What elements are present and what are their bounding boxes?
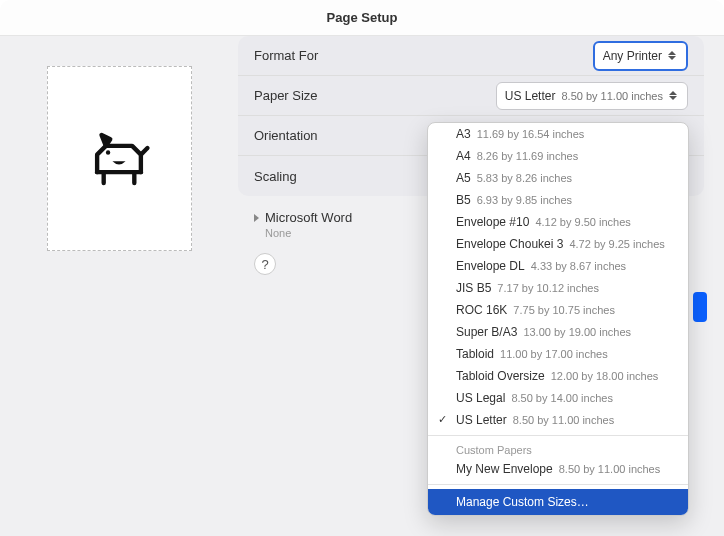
chevron-right-icon: [254, 214, 259, 222]
format-for-row: Format For Any Printer: [238, 36, 704, 76]
paper-size-option[interactable]: A48.26 by 11.69 inches: [428, 145, 688, 167]
format-for-select[interactable]: Any Printer: [593, 41, 688, 71]
stepper-icon: [668, 47, 678, 65]
option-dimensions: 4.72 by 9.25 inches: [569, 238, 664, 250]
option-dimensions: 8.50 by 11.00 inches: [513, 414, 615, 426]
option-dimensions: 7.75 by 10.75 inches: [513, 304, 615, 316]
custom-papers-header: Custom Papers: [428, 440, 688, 458]
help-button[interactable]: ?: [254, 253, 276, 275]
option-name: B5: [456, 193, 471, 207]
paper-size-option[interactable]: B56.93 by 9.85 inches: [428, 189, 688, 211]
paper-size-option[interactable]: Super B/A313.00 by 19.00 inches: [428, 321, 688, 343]
window-title: Page Setup: [327, 10, 398, 25]
option-name: JIS B5: [456, 281, 491, 295]
paper-size-option[interactable]: US Legal8.50 by 14.00 inches: [428, 387, 688, 409]
preview-pane: [0, 36, 238, 536]
paper-size-option[interactable]: Envelope #104.12 by 9.50 inches: [428, 211, 688, 233]
paper-size-option[interactable]: ROC 16K7.75 by 10.75 inches: [428, 299, 688, 321]
app-name: Microsoft Word: [265, 210, 352, 225]
option-dimensions: 4.33 by 8.67 inches: [531, 260, 626, 272]
paper-size-value: US Letter: [505, 89, 556, 103]
option-name: Tabloid: [456, 347, 494, 361]
paper-size-menu: A311.69 by 16.54 inchesA48.26 by 11.69 i…: [427, 122, 689, 516]
option-name: Envelope #10: [456, 215, 529, 229]
stepper-icon: [669, 87, 679, 105]
option-dimensions: 4.12 by 9.50 inches: [535, 216, 630, 228]
orientation-label: Orientation: [254, 128, 374, 143]
paper-size-row: Paper Size US Letter 8.50 by 11.00 inche…: [238, 76, 704, 116]
option-name: US Legal: [456, 391, 505, 405]
paper-size-option[interactable]: JIS B57.17 by 10.12 inches: [428, 277, 688, 299]
option-dimensions: 6.93 by 9.85 inches: [477, 194, 572, 206]
paper-size-option[interactable]: My New Envelope8.50 by 11.00 inches: [428, 458, 688, 480]
option-dimensions: 13.00 by 19.00 inches: [523, 326, 631, 338]
option-name: US Letter: [456, 413, 507, 427]
manage-custom-sizes-item[interactable]: Manage Custom Sizes…: [428, 489, 688, 515]
option-dimensions: 12.00 by 18.00 inches: [551, 370, 659, 382]
option-name: Super B/A3: [456, 325, 517, 339]
option-dimensions: 5.83 by 8.26 inches: [477, 172, 572, 184]
obscured-ok-button[interactable]: [693, 292, 707, 322]
option-name: Tabloid Oversize: [456, 369, 545, 383]
paper-size-option[interactable]: A55.83 by 8.26 inches: [428, 167, 688, 189]
paper-size-label: Paper Size: [254, 88, 374, 103]
option-name: A3: [456, 127, 471, 141]
option-dimensions: 11.00 by 17.00 inches: [500, 348, 608, 360]
page-preview: [47, 66, 192, 251]
option-dimensions: 8.50 by 14.00 inches: [511, 392, 613, 404]
format-for-label: Format For: [254, 48, 374, 63]
option-name: Envelope DL: [456, 259, 525, 273]
option-dimensions: 11.69 by 16.54 inches: [477, 128, 585, 140]
option-name: A4: [456, 149, 471, 163]
menu-separator: [428, 484, 688, 485]
scaling-label: Scaling: [254, 169, 374, 184]
option-name: ROC 16K: [456, 303, 507, 317]
paper-size-option[interactable]: A311.69 by 16.54 inches: [428, 123, 688, 145]
paper-size-option[interactable]: Tabloid Oversize12.00 by 18.00 inches: [428, 365, 688, 387]
paper-size-dimensions: 8.50 by 11.00 inches: [561, 90, 663, 102]
help-icon: ?: [261, 257, 268, 272]
option-dimensions: 8.50 by 11.00 inches: [559, 463, 661, 475]
paper-size-option[interactable]: Envelope Choukei 34.72 by 9.25 inches: [428, 233, 688, 255]
dialog-body: Format For Any Printer Paper Size US Let…: [0, 36, 724, 536]
paper-size-select[interactable]: US Letter 8.50 by 11.00 inches: [496, 82, 688, 110]
option-dimensions: 7.17 by 10.12 inches: [497, 282, 599, 294]
option-dimensions: 8.26 by 11.69 inches: [477, 150, 579, 162]
menu-separator: [428, 435, 688, 436]
option-name: A5: [456, 171, 471, 185]
option-name: Envelope Choukei 3: [456, 237, 563, 251]
svg-point-0: [106, 150, 110, 154]
app-sub: None: [265, 227, 352, 239]
paper-size-option[interactable]: Tabloid11.00 by 17.00 inches: [428, 343, 688, 365]
paper-size-option[interactable]: US Letter8.50 by 11.00 inches: [428, 409, 688, 431]
paper-size-option[interactable]: Envelope DL4.33 by 8.67 inches: [428, 255, 688, 277]
format-for-value: Any Printer: [603, 49, 662, 63]
option-name: My New Envelope: [456, 462, 553, 476]
dog-icon: [84, 124, 154, 194]
window-titlebar: Page Setup: [0, 0, 724, 36]
